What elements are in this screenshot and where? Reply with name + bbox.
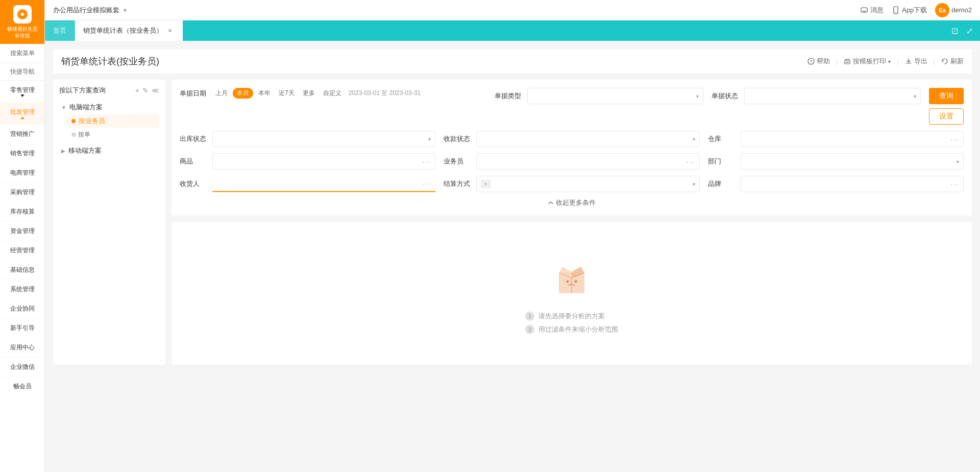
sidebar-item-vip[interactable]: 畅会员 <box>0 377 44 396</box>
doc-status-input[interactable]: ▾ <box>744 88 921 104</box>
date-tab-more[interactable]: 更多 <box>300 88 318 99</box>
date-tab-last-month[interactable]: 上月 <box>212 88 231 99</box>
add-scheme-icon[interactable]: + <box>135 86 139 95</box>
sidebar-search[interactable]: 搜索菜单 <box>0 44 44 63</box>
brand-input[interactable]: ··· <box>741 176 964 192</box>
tree-child-salesperson[interactable]: 按业务员 <box>67 114 159 128</box>
chevron-down-icon <box>20 95 24 97</box>
filter-panel: 单据日期 上月 本月 本年 近7天 更多 自定义 2023-03-01 至 20… <box>172 80 972 216</box>
sidebar-item-system[interactable]: 系统管理 <box>0 280 44 299</box>
sidebar-item-retail[interactable]: 零售管理 <box>0 81 44 103</box>
query-button[interactable]: 查询 <box>929 88 964 104</box>
topbar-dropdown-icon[interactable]: ▾ <box>124 7 127 14</box>
sidebar-item-label: 营销推广 <box>10 130 35 138</box>
sidebar-item-label: 库存核算 <box>10 207 35 216</box>
filter-collection-status: 收款状态 ▾ <box>444 131 699 147</box>
svg-point-9 <box>567 280 569 283</box>
collection-status-input[interactable]: ▾ <box>476 131 699 147</box>
sidebar-item-ops[interactable]: 经营管理 <box>0 241 44 261</box>
sidebar-item-label: 应用中心 <box>10 343 35 352</box>
print-icon <box>844 58 851 65</box>
collapse-panel-icon[interactable]: ≪ <box>152 86 159 95</box>
export-btn[interactable]: 导出 <box>905 57 927 66</box>
tree-sub-child-order[interactable]: ⊞ 按单 <box>67 129 159 140</box>
salesperson-input[interactable]: ··· <box>476 153 699 170</box>
sidebar-item-label: 系统管理 <box>10 285 35 294</box>
phone-icon <box>892 6 900 14</box>
minimize-btn[interactable]: ⊡ <box>948 24 961 38</box>
settlement-tag: × <box>481 180 490 188</box>
doc-type-label: 单据类型 <box>495 91 523 101</box>
tree-desktop-parent[interactable]: ▼ 电脑端方案 <box>59 101 159 113</box>
active-dot-icon <box>71 119 76 123</box>
avatar: Ea <box>935 3 949 17</box>
help-btn[interactable]: ? 帮助 <box>807 57 830 66</box>
sidebar-item-ecom[interactable]: 电商管理 <box>0 163 44 183</box>
sidebar-item-marketing[interactable]: 营销推广 <box>0 125 44 144</box>
warehouse-label: 仓库 <box>708 134 737 144</box>
department-input[interactable]: ▾ <box>741 153 964 170</box>
warehouse-input[interactable]: ··· <box>741 131 964 147</box>
app-download-action[interactable]: App下载 <box>892 6 927 15</box>
left-panel: 按以下方案查询 + ✎ ≪ ▼ 电脑端方案 按业务 <box>53 80 165 365</box>
date-tab-custom[interactable]: 自定义 <box>320 88 345 99</box>
sidebar-item-label: 企业微信 <box>10 363 35 371</box>
refresh-btn[interactable]: 刷新 <box>941 57 964 66</box>
sidebar-item-appcenter[interactable]: 应用中心 <box>0 338 44 358</box>
doc-type-input[interactable]: ▾ <box>527 88 704 104</box>
refresh-icon <box>941 58 948 65</box>
sidebar-quick-nav[interactable]: 快捷导航 <box>0 63 44 81</box>
receiver-input[interactable]: ··· <box>212 176 435 192</box>
sidebar-item-finance[interactable]: 资金管理 <box>0 222 44 241</box>
tree-mobile-parent[interactable]: ▶ 移动端方案 <box>59 145 159 157</box>
settings-button[interactable]: 设置 <box>929 108 964 125</box>
goods-input[interactable]: ··· <box>212 153 435 170</box>
date-tab-this-month[interactable]: 本月 <box>233 88 253 99</box>
divider3: | <box>934 58 935 65</box>
svg-text:?: ? <box>810 59 812 64</box>
collapse-button[interactable]: 收起更多条件 <box>180 198 964 207</box>
svg-point-3 <box>895 12 896 13</box>
sidebar-item-newbie[interactable]: 新手引导 <box>0 319 44 338</box>
tab-close-icon[interactable]: × <box>166 27 174 35</box>
sidebar-item-label: 基础信息 <box>10 266 35 274</box>
sidebar-item-basics[interactable]: 基础信息 <box>0 261 44 280</box>
refresh-label: 刷新 <box>950 57 964 66</box>
salesperson-label: 业务员 <box>444 157 472 166</box>
date-tab-7days[interactable]: 近7天 <box>276 88 298 99</box>
dropdown-caret-icon[interactable]: ▾ <box>888 59 891 64</box>
date-tab-this-year[interactable]: 本年 <box>255 88 274 99</box>
sidebar-item-sales[interactable]: 销售管理 <box>0 144 44 163</box>
sidebar-menu: 零售管理 批发管理 营销推广 销售管理 电商管理 采购管理 库存核算 资金管理 … <box>0 81 44 472</box>
template-print-btn[interactable]: 按模板打印 ▾ <box>844 57 891 66</box>
out-status-input[interactable]: ▾ <box>212 131 435 147</box>
receiver-more-icon: ··· <box>423 180 431 187</box>
settlement-label: 结算方式 <box>444 179 472 188</box>
sidebar-logo[interactable]: 畅捷通好生意 标准版 <box>0 0 44 44</box>
date-range-text: 2023-03-01 至 2023-03-31 <box>349 89 421 98</box>
filter-out-status: 出库状态 ▾ <box>180 131 435 147</box>
expand-btn[interactable]: ⤢ <box>963 24 976 38</box>
sidebar-item-label: 畅会员 <box>13 382 32 391</box>
page-header: 销货单统计表(按业务员) ? 帮助 | 按模板打印 ▾ | 导出 | <box>53 49 972 74</box>
tab-sales-stats[interactable]: 销货单统计表（按业务员） × <box>75 20 183 41</box>
goods-label: 商品 <box>180 157 208 166</box>
tab-home[interactable]: 首页 <box>45 20 75 41</box>
empty-icon <box>546 252 597 303</box>
sidebar-item-wechat[interactable]: 企业微信 <box>0 358 44 377</box>
sidebar-item-label: 销售管理 <box>10 149 35 158</box>
settlement-input[interactable]: × ▾ <box>476 176 699 192</box>
action-col: 查询 设置 <box>929 88 964 125</box>
filter-row-2: 出库状态 ▾ 收款状态 ▾ <box>180 131 964 147</box>
tip-text-2: 用过滤条件来缩小分析范围 <box>538 325 618 334</box>
sidebar-item-purchase[interactable]: 采购管理 <box>0 183 44 202</box>
logo-text: 畅捷通好生意 标准版 <box>4 26 40 39</box>
settlement-clear-icon[interactable]: × <box>484 181 487 187</box>
edit-scheme-icon[interactable]: ✎ <box>142 86 149 95</box>
message-action[interactable]: 消息 <box>860 6 884 15</box>
tree-arrow-down-icon: ▼ <box>61 105 66 110</box>
sidebar-item-inventory[interactable]: 库存核算 <box>0 202 44 222</box>
sidebar-item-collab[interactable]: 企业协同 <box>0 299 44 319</box>
sidebar-item-wholesale[interactable]: 批发管理 <box>0 103 44 125</box>
user-info[interactable]: Ea demo2 <box>935 3 972 17</box>
